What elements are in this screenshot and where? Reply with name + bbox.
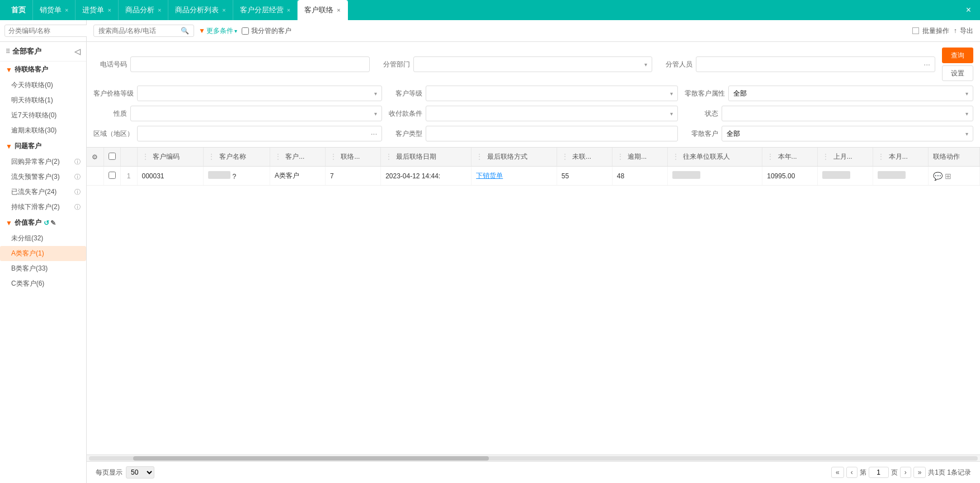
customer-level-select[interactable]: ▾: [426, 86, 677, 101]
scrollbar-track: [89, 456, 978, 461]
row-checkbox[interactable]: [109, 172, 116, 179]
edit-group-icon[interactable]: ✎: [50, 219, 56, 227]
retail-customer-select[interactable]: 全部 ▾: [722, 126, 973, 141]
unit-contacts-blurred: [672, 171, 700, 179]
status-field: 状态 ▾: [685, 106, 973, 121]
sidebar-collapse-icon[interactable]: ◁: [74, 47, 81, 56]
close-customer-contact[interactable]: ×: [337, 7, 340, 13]
my-customers-checkbox[interactable]: [242, 27, 249, 35]
th-unit-contacts[interactable]: ⋮ 往来单位联系人: [667, 148, 762, 167]
export-btn[interactable]: ↑ 导出: [954, 26, 973, 36]
query-button[interactable]: 查询: [942, 48, 973, 63]
sidebar-churn-warning[interactable]: 流失预警客户(3) ⓘ: [0, 169, 86, 184]
dept-select[interactable]: ▾: [413, 56, 653, 72]
filter-search-box: 🔍: [93, 25, 194, 37]
nav-sales[interactable]: 销货单 ×: [33, 0, 76, 20]
sidebar-churned[interactable]: 已流失客户(24) ⓘ: [0, 184, 86, 200]
status-select[interactable]: ▾: [722, 106, 973, 121]
th-this-year[interactable]: ⋮ 本年...: [762, 148, 818, 167]
last-method-link[interactable]: 下销货单: [476, 172, 503, 179]
nav-home[interactable]: 首页: [4, 0, 33, 20]
page-size-selector: 每页显示 50 100 200: [96, 466, 154, 479]
sidebar-7days-pending[interactable]: 近7天待联络(0): [0, 108, 86, 123]
col-sep-icon: ⋮: [142, 153, 149, 160]
price-level-select[interactable]: ▾: [137, 86, 382, 101]
nav-goods-list[interactable]: 商品分析列表 ×: [168, 0, 233, 20]
per-page-select[interactable]: 50 100 200: [126, 466, 154, 479]
th-this-month[interactable]: ⋮ 本月...: [873, 148, 929, 167]
th-last-method[interactable]: ⋮ 最后联络方式: [472, 148, 557, 167]
person-dots-icon[interactable]: ···: [924, 60, 930, 69]
th-last-date[interactable]: ⋮ 最后联络日期: [381, 148, 472, 167]
close-sales[interactable]: ×: [65, 7, 68, 13]
sidebar-class-b[interactable]: B类客户(33): [0, 261, 86, 276]
group-problem-customers[interactable]: ▼ 问题客户: [0, 138, 86, 154]
refresh-icon[interactable]: ↺: [44, 219, 49, 227]
filter-search-input[interactable]: [98, 27, 178, 35]
col-sep-icon-5: ⋮: [385, 153, 392, 160]
sidebar-search-input[interactable]: [4, 25, 96, 37]
phone-label: 电话号码: [93, 60, 127, 69]
page-number-input[interactable]: [869, 467, 889, 478]
grid-icon-action[interactable]: ⊞: [945, 172, 951, 181]
sidebar-ungrouped[interactable]: 未分组(32): [0, 231, 86, 246]
close-goods-analysis[interactable]: ×: [158, 7, 161, 13]
close-all-tabs[interactable]: ×: [962, 5, 976, 15]
horizontal-scrollbar[interactable]: [87, 454, 980, 461]
td-name: ?: [204, 167, 270, 186]
nature-select[interactable]: ▾: [130, 106, 382, 121]
prev-page-btn[interactable]: ‹: [846, 467, 858, 478]
nav-goods-analysis[interactable]: 商品分析 ×: [119, 0, 168, 20]
close-goods-list[interactable]: ×: [222, 7, 225, 13]
payment-arrow: ▾: [670, 111, 673, 117]
td-code: 000031: [137, 167, 204, 186]
filter-row-2: 客户价格等级 ▾ 客户等级 ▾ 零散客户属性 全部: [93, 86, 973, 101]
th-overdue[interactable]: ⋮ 逾期...: [612, 148, 667, 167]
more-filters-btn[interactable]: ▼ 更多条件 ▾: [199, 26, 237, 36]
sidebar-today-pending[interactable]: 今天待联络(0): [0, 78, 86, 93]
sidebar-class-a[interactable]: A类客户(1): [0, 246, 86, 261]
payment-select[interactable]: ▾: [426, 106, 677, 121]
select-all-checkbox[interactable]: [109, 153, 116, 160]
sidebar-overdue-contact[interactable]: 逾期未联络(30): [0, 123, 86, 138]
settings-button[interactable]: 设置: [942, 65, 973, 81]
scrollbar-thumb[interactable]: [133, 456, 489, 461]
th-type[interactable]: ⋮ 客户...: [270, 148, 326, 167]
td-no-contact: 55: [557, 167, 612, 186]
close-purchase[interactable]: ×: [107, 7, 111, 13]
batch-op-btn[interactable]: 批量操作: [912, 26, 949, 36]
sidebar-tomorrow-pending[interactable]: 明天待联络(1): [0, 93, 86, 108]
next-page-btn[interactable]: ›: [900, 467, 911, 478]
nav-customer-contact[interactable]: 客户联络 ×: [298, 0, 347, 20]
col-sep-icon-10: ⋮: [767, 153, 774, 160]
nav-purchase[interactable]: 进货单 ×: [76, 0, 118, 20]
th-last-month[interactable]: ⋮ 上月...: [818, 148, 873, 167]
group-pending-contact[interactable]: ▼ 待联络客户: [0, 61, 86, 78]
chat-icon[interactable]: 💬: [933, 172, 943, 181]
close-customer-layer[interactable]: ×: [287, 7, 290, 13]
sidebar-class-c[interactable]: C类客户(6): [0, 276, 86, 291]
col-sep-icon-4: ⋮: [330, 153, 337, 160]
last-page-btn[interactable]: »: [913, 467, 926, 478]
th-no-contact[interactable]: ⋮ 未联...: [557, 148, 612, 167]
customer-type-select[interactable]: [426, 126, 677, 141]
phone-input[interactable]: [130, 56, 370, 72]
th-code[interactable]: ⋮ 客户编码: [137, 148, 204, 167]
person-select[interactable]: ···: [696, 56, 935, 72]
region-select[interactable]: ···: [137, 126, 382, 141]
first-page-btn[interactable]: «: [831, 467, 844, 478]
group-value-customers[interactable]: ▼ 价值客户 ↺ ✎: [0, 215, 86, 231]
region-dots-icon[interactable]: ···: [371, 129, 378, 138]
th-contact[interactable]: ⋮ 联络...: [326, 148, 381, 167]
settings-gear-icon[interactable]: ⚙: [92, 153, 98, 161]
nav-customer-layer[interactable]: 客户分层经营 ×: [233, 0, 298, 20]
customer-type-label: 客户类型: [389, 129, 422, 139]
sidebar-repurchase-abnormal[interactable]: 回购异常客户(2) ⓘ: [0, 154, 86, 169]
retail-attr-select[interactable]: 全部 ▾: [728, 86, 973, 101]
sidebar-declining[interactable]: 持续下滑客户(2) ⓘ: [0, 200, 86, 215]
dept-field: 分管部门 ▾: [376, 56, 653, 72]
th-name[interactable]: ⋮ 客户名称: [204, 148, 270, 167]
all-customers-label: 全部客户: [12, 46, 41, 56]
filter-actions: 查询 设置: [942, 48, 973, 81]
filter-search-icon[interactable]: 🔍: [181, 27, 189, 35]
